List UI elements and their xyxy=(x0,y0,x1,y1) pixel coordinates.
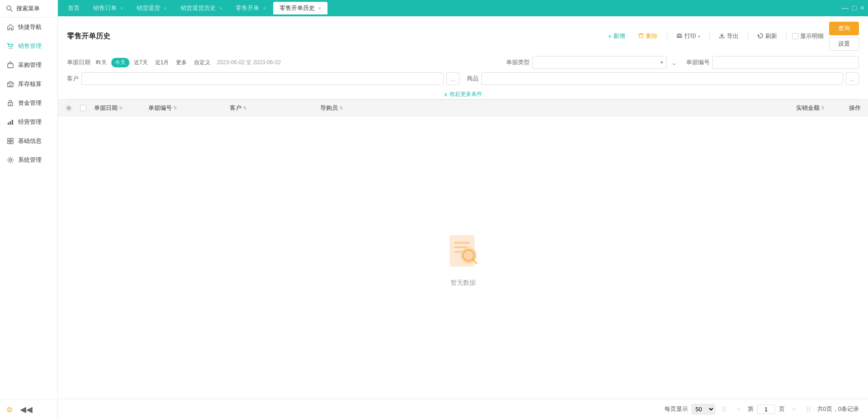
query-button[interactable]: 查询 xyxy=(829,22,859,35)
product-input[interactable] xyxy=(481,72,844,85)
date-month[interactable]: 近1月 xyxy=(152,58,172,67)
restore-btn[interactable]: □ xyxy=(852,4,857,12)
tab-home-label: 首页 xyxy=(68,4,80,12)
sidebar-item-finance[interactable]: 资金管理 xyxy=(0,94,57,113)
add-button[interactable]: + 新增 xyxy=(604,30,629,42)
th-number-label: 单据编号 xyxy=(148,104,172,112)
settings-footer-icon[interactable]: ⚙ xyxy=(6,405,13,414)
table-area: 单据日期 ⇅ 单据编号 ⇅ 客户 ⇅ 导购员 ⇅ 实销金额 ⇅ 操作 xyxy=(58,100,868,399)
refresh-label: 刷新 xyxy=(765,32,777,40)
svg-point-8 xyxy=(10,104,11,105)
tab-close-retail-history[interactable]: × xyxy=(318,5,321,11)
sort-icon-date: ⇅ xyxy=(119,106,123,110)
th-number[interactable]: 单据编号 ⇅ xyxy=(145,104,226,112)
th-date[interactable]: 单据日期 ⇅ xyxy=(90,104,145,112)
th-customer-label: 客户 xyxy=(230,104,242,112)
print-button[interactable]: 打印 ▾ xyxy=(673,30,704,42)
last-page-btn[interactable]: ⟩⟩ xyxy=(803,404,814,414)
sort-icon-number: ⇅ xyxy=(173,106,177,110)
tab-close-retail-open[interactable]: × xyxy=(263,5,266,11)
cart-icon xyxy=(6,42,14,50)
prev-page-btn[interactable]: ＜ xyxy=(733,404,744,414)
checkbox-all[interactable] xyxy=(80,105,86,111)
date-today[interactable]: 今天 xyxy=(111,58,129,67)
sidebar-item-system-mgmt[interactable]: 系统管理 xyxy=(0,151,57,169)
svg-rect-14 xyxy=(8,141,10,144)
page-input[interactable] xyxy=(757,405,775,414)
type-label: 单据类型 xyxy=(506,58,530,66)
svg-rect-13 xyxy=(11,138,13,141)
export-button[interactable]: 导出 xyxy=(715,30,742,42)
per-page-select[interactable]: 50 10 20 100 xyxy=(692,404,715,414)
collapse-row[interactable]: ∧ 收起更多条件 xyxy=(67,89,859,99)
customer-ellipsis-btn[interactable]: ... xyxy=(446,72,460,85)
sidebar-item-quick-nav[interactable]: 快捷导航 xyxy=(0,18,57,37)
tab-label: 销售订单 xyxy=(93,4,117,12)
tab-close-sales-return[interactable]: × xyxy=(164,5,166,11)
th-guide[interactable]: 导购员 ⇅ xyxy=(317,104,380,112)
sidebar-item-operations[interactable]: 经营管理 xyxy=(0,113,57,132)
display-detail-checkbox[interactable]: 显示明细 xyxy=(792,32,824,40)
first-page-btn[interactable]: ⟨⟨ xyxy=(719,404,730,414)
sidebar-item-label: 库存核算 xyxy=(18,80,42,88)
page-title-row: 零售开单历史 + 新增 删除 xyxy=(67,22,859,51)
tab-sales-return-history[interactable]: 销货退货历史 × xyxy=(174,2,228,14)
sidebar-item-inventory[interactable]: 库存核算 xyxy=(0,75,57,94)
date-custom[interactable]: 自定义 xyxy=(191,58,213,67)
filter-row-2: 客户 ... 商品 ... xyxy=(67,72,859,85)
svg-point-3 xyxy=(11,48,12,49)
tab-home[interactable]: 首页 xyxy=(62,2,86,14)
date-yesterday[interactable]: 昨天 xyxy=(93,58,109,67)
sidebar-item-label: 系统管理 xyxy=(18,156,42,164)
tab-label: 零售开单历史 xyxy=(280,4,315,12)
print-label: 打印 xyxy=(684,32,696,40)
th-amount-label: 实销金额 xyxy=(796,104,820,112)
setting-button[interactable]: 设置 xyxy=(829,37,859,51)
filter-type: 单据类型 ⌄ xyxy=(506,56,679,69)
pagination: 每页显示 50 10 20 100 ⟨⟨ ＜ 第 页 ＞ ⟩⟩ 共0页，0条记录 xyxy=(58,399,868,419)
type-select[interactable] xyxy=(532,56,667,69)
date-7days[interactable]: 近7天 xyxy=(131,58,151,67)
export-icon xyxy=(719,33,725,40)
sidebar-item-basic-info[interactable]: 基础信息 xyxy=(0,132,57,151)
minimize-btn[interactable]: — xyxy=(841,4,849,12)
delete-button[interactable]: 删除 xyxy=(634,30,661,42)
tab-sales-return[interactable]: 销货退货 × xyxy=(130,2,173,14)
number-input[interactable] xyxy=(712,56,859,69)
checkbox-display-detail[interactable] xyxy=(792,33,798,39)
divider xyxy=(667,33,667,40)
tab-close-sales-order[interactable]: × xyxy=(120,5,123,11)
th-customer[interactable]: 客户 ⇅ xyxy=(226,104,317,112)
customer-input[interactable] xyxy=(81,72,444,85)
grid-icon xyxy=(6,137,14,145)
next-page-btn[interactable]: ＞ xyxy=(788,404,799,414)
tab-retail-open[interactable]: 零售开单 × xyxy=(229,2,272,14)
svg-rect-11 xyxy=(12,120,13,125)
svg-rect-12 xyxy=(8,138,10,141)
th-amount[interactable]: 实销金额 ⇅ xyxy=(783,104,828,112)
tab-label: 销货退货 xyxy=(137,4,160,12)
tab-sales-order[interactable]: 销售订单 × xyxy=(87,2,129,14)
search-menu[interactable]: 搜索菜单 xyxy=(0,0,57,18)
close-btn[interactable]: × xyxy=(860,4,864,12)
empty-icon xyxy=(441,228,486,273)
sidebar-footer: ⚙ ◀◀ xyxy=(0,400,57,419)
th-settings[interactable] xyxy=(62,105,76,111)
tab-close-sales-return-history[interactable]: × xyxy=(219,5,222,11)
divider3 xyxy=(748,33,748,40)
sort-icon-customer: ⇅ xyxy=(243,106,247,110)
refresh-button[interactable]: 刷新 xyxy=(754,30,781,42)
date-more[interactable]: 更多 xyxy=(173,58,190,67)
product-ellipsis-btn[interactable]: ... xyxy=(846,72,859,85)
date-range-display: 2023-06-02 至 2023-06-02 xyxy=(217,59,280,66)
print-dropdown-icon[interactable]: ▾ xyxy=(698,34,700,39)
collapse-icon[interactable]: ◀◀ xyxy=(20,405,33,414)
page-label: 第 xyxy=(748,405,754,413)
tab-retail-history[interactable]: 零售开单历史 × xyxy=(273,2,327,14)
sidebar-item-sales-mgmt[interactable]: 销售管理 xyxy=(0,37,57,56)
th-check[interactable] xyxy=(76,105,90,111)
display-detail-label: 显示明细 xyxy=(800,32,824,40)
tab-label: 销货退货历史 xyxy=(180,4,216,12)
sidebar-item-purchase-mgmt[interactable]: 采购管理 xyxy=(0,56,57,75)
chart-icon xyxy=(6,118,14,126)
